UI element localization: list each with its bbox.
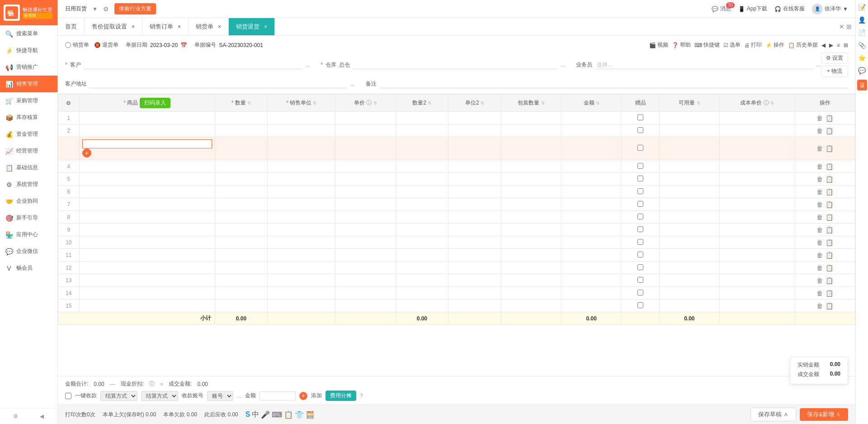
gift-cell-13[interactable] bbox=[622, 274, 659, 287]
product-cell-5[interactable] bbox=[79, 173, 215, 186]
tab-close-price[interactable]: × bbox=[132, 24, 135, 30]
copy-row-btn-13[interactable]: 📋 bbox=[826, 277, 833, 284]
quantity-cell-14[interactable] bbox=[215, 287, 268, 300]
tool-icon-2[interactable]: 🎤 bbox=[261, 410, 270, 419]
gift-cell-14[interactable] bbox=[622, 287, 659, 300]
tab-close-return[interactable]: × bbox=[264, 24, 267, 30]
operation-link[interactable]: ⚡ 操作 bbox=[765, 41, 784, 49]
account-select[interactable]: 账号 bbox=[207, 391, 233, 401]
gift-cell-7[interactable] bbox=[622, 198, 659, 211]
quantity-cell-15[interactable] bbox=[215, 300, 268, 312]
video-link[interactable]: 🎬 视频 bbox=[649, 41, 668, 49]
quantity2-cell-10[interactable] bbox=[396, 236, 448, 249]
gift-checkbox-2[interactable] bbox=[637, 127, 643, 133]
amount-cell-4[interactable] bbox=[561, 160, 622, 173]
one-click-payment-checkbox[interactable] bbox=[65, 393, 71, 399]
view-list-icon[interactable]: ≡ bbox=[837, 42, 840, 48]
amount-cell-10[interactable] bbox=[561, 236, 622, 249]
nav-next-icon[interactable]: ▶ bbox=[829, 42, 833, 48]
pack-qty-cell-12[interactable] bbox=[501, 262, 561, 274]
gift-checkbox-9[interactable] bbox=[637, 226, 643, 232]
gift-checkbox-15[interactable] bbox=[637, 302, 643, 308]
unit-price-cell-10[interactable] bbox=[335, 236, 396, 249]
quantity2-cell-1[interactable] bbox=[396, 112, 448, 124]
copy-row-btn-7[interactable]: 📋 bbox=[826, 201, 833, 208]
delete-row-btn-7[interactable]: 🗑 bbox=[816, 201, 823, 208]
right-icon-3[interactable]: 📄 bbox=[858, 29, 866, 36]
select-link[interactable]: ☑ 选单 bbox=[723, 41, 741, 49]
sidebar-item-newuser[interactable]: 🎯 新手引导 bbox=[0, 210, 57, 226]
unit-price-cell-7[interactable] bbox=[335, 198, 396, 211]
sales-unit-cell-4[interactable] bbox=[268, 160, 335, 173]
sidebar-item-search[interactable]: 🔍 搜索菜单 bbox=[0, 25, 57, 42]
staff-input[interactable] bbox=[595, 61, 813, 69]
delete-row-btn-4[interactable]: 🗑 bbox=[816, 163, 823, 170]
product-cell-10[interactable] bbox=[79, 236, 215, 249]
available-cell-2[interactable] bbox=[659, 124, 719, 137]
pack-qty-cell-8[interactable] bbox=[501, 211, 561, 224]
pack-qty-cell-15[interactable] bbox=[501, 300, 561, 312]
sales-unit-cell-5[interactable] bbox=[268, 173, 335, 186]
unit-price-info-icon[interactable]: ⓘ bbox=[366, 100, 372, 106]
quantity-cell-9[interactable] bbox=[215, 224, 268, 236]
amount-cell-2[interactable] bbox=[561, 124, 622, 137]
calc-method-select[interactable]: 结算方式 bbox=[141, 391, 178, 401]
gift-cell-10[interactable] bbox=[622, 236, 659, 249]
unit-price-cell-4[interactable] bbox=[335, 160, 396, 173]
unit2-cell-3[interactable] bbox=[448, 137, 501, 160]
sales-unit-cell-11[interactable] bbox=[268, 249, 335, 262]
unit2-cell-15[interactable] bbox=[448, 300, 501, 312]
available-cell-5[interactable] bbox=[659, 173, 719, 186]
customer-select-btn[interactable]: ... bbox=[305, 62, 310, 68]
delete-row-btn-5[interactable]: 🗑 bbox=[816, 176, 823, 183]
amount-cell-5[interactable] bbox=[561, 173, 622, 186]
calendar-icon[interactable]: 📅 bbox=[180, 42, 187, 48]
quantity2-cell-9[interactable] bbox=[396, 224, 448, 236]
available-cell-4[interactable] bbox=[659, 160, 719, 173]
sidebar-item-system[interactable]: ⚙ 系统管理 bbox=[0, 176, 57, 193]
pack-qty-cell-2[interactable] bbox=[501, 124, 561, 137]
delete-row-btn-14[interactable]: 🗑 bbox=[816, 290, 823, 297]
scan-input-btn[interactable]: 扫码录入 bbox=[140, 98, 170, 108]
quantity-cell-12[interactable] bbox=[215, 262, 268, 274]
available-cell-12[interactable] bbox=[659, 262, 719, 274]
col-settings[interactable]: ⚙ bbox=[58, 95, 80, 112]
sidebar-item-wechat[interactable]: 💬 企业微信 bbox=[0, 243, 57, 260]
quantity2-cell-15[interactable] bbox=[396, 300, 448, 312]
sidebar-item-shortcut[interactable]: ⚡ 快捷导航 bbox=[0, 42, 57, 59]
unit-price-cell-14[interactable] bbox=[335, 287, 396, 300]
radio-sales[interactable]: 销货单 bbox=[65, 41, 89, 49]
sidebar-item-appstore[interactable]: 🏪 应用中心 bbox=[0, 226, 57, 243]
save-new-btn[interactable]: 保存&新增 ∧ bbox=[800, 408, 848, 421]
gift-checkbox-3[interactable] bbox=[637, 145, 643, 151]
unit-price-cell-3[interactable] bbox=[335, 137, 396, 160]
product-cell-13[interactable] bbox=[79, 274, 215, 287]
unit-price-cell-15[interactable] bbox=[335, 300, 396, 312]
unit2-cell-8[interactable] bbox=[448, 211, 501, 224]
amount-cell-14[interactable] bbox=[561, 287, 622, 300]
account-dots-btn[interactable]: ... bbox=[237, 393, 241, 399]
copy-row-btn-5[interactable]: 📋 bbox=[826, 176, 833, 183]
available-cell-11[interactable] bbox=[659, 249, 719, 262]
sales-unit-cell-13[interactable] bbox=[268, 274, 335, 287]
add-payment-btn[interactable]: + bbox=[299, 392, 307, 400]
pack-qty-cell-3[interactable] bbox=[501, 137, 561, 160]
tool-icon-1[interactable]: 中 bbox=[252, 410, 259, 419]
copy-row-btn-12[interactable]: 📋 bbox=[826, 264, 833, 272]
cost-unit-cell-12[interactable] bbox=[719, 262, 795, 274]
gift-checkbox-14[interactable] bbox=[637, 290, 643, 295]
unit2-cell-9[interactable] bbox=[448, 224, 501, 236]
sort-cost-icon[interactable]: ⇅ bbox=[770, 100, 774, 105]
unit2-cell-7[interactable] bbox=[448, 198, 501, 211]
right-icon-1[interactable]: 📝 bbox=[858, 4, 866, 11]
amount-cell-11[interactable] bbox=[561, 249, 622, 262]
product-cell-14[interactable] bbox=[79, 287, 215, 300]
available-cell-1[interactable] bbox=[659, 112, 719, 124]
save-draft-btn[interactable]: 保存草稿 ∧ bbox=[750, 408, 796, 421]
delete-row-btn-13[interactable]: 🗑 bbox=[816, 277, 823, 284]
cost-unit-info-icon[interactable]: ⓘ bbox=[764, 100, 769, 106]
delete-row-btn-2[interactable]: 🗑 bbox=[816, 127, 823, 134]
quantity-cell-4[interactable] bbox=[215, 160, 268, 173]
delete-row-btn-10[interactable]: 🗑 bbox=[816, 239, 823, 246]
product-cell-7[interactable] bbox=[79, 198, 215, 211]
